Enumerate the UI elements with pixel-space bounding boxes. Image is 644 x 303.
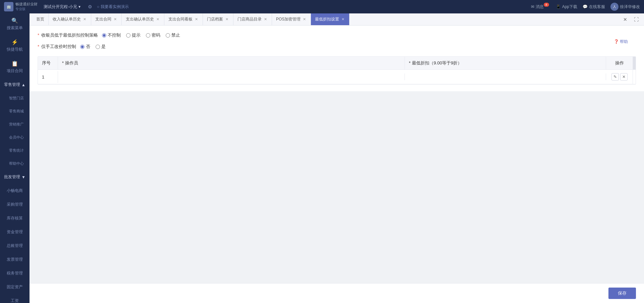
tab-store-product[interactable]: 门店商品目录 ✕	[233, 13, 272, 26]
edit-btn[interactable]: ✎	[611, 73, 619, 81]
logo-icon: 🏢	[4, 2, 13, 11]
tab-income-history[interactable]: 收入确认单历史 ✕	[49, 13, 91, 26]
tab-payment-contract-board-close[interactable]: ✕	[194, 17, 199, 21]
online-service-action[interactable]: 💬 在线客服	[583, 4, 605, 10]
top-bar-left: 🏢 畅捷通好业财 专业版 测试分开完程-小兄 ▾ ⚙ ○ 我要看实例演示	[4, 2, 129, 11]
manual-price-yes[interactable]: 是	[96, 44, 106, 50]
manual-price-radio-yes[interactable]	[96, 45, 100, 49]
tab-payment-contract[interactable]: 支出合同 ✕	[91, 13, 122, 26]
tab-income-history-label: 收入确认单历史	[53, 16, 81, 22]
sidebar-label-ledger: 总账管理	[7, 243, 23, 249]
delete-btn[interactable]: ✕	[620, 73, 628, 81]
sidebar-item-assets[interactable]: 固定资产	[0, 280, 30, 294]
sidebar-item-smart-store[interactable]: 智慧门店	[0, 92, 30, 105]
required-star-2: *	[38, 44, 39, 49]
cell-discount	[405, 73, 606, 80]
sidebar-label-salary: 工资	[11, 298, 19, 303]
action-btns: ✎ ✕	[610, 73, 629, 81]
sidebar-item-search[interactable]: 🔍 搜索菜单	[0, 13, 30, 35]
chevron-down-icon: ▼	[21, 175, 25, 180]
discount-table: 序号 * 操作员 * 最低折扣（9.00等于9折） 操作	[38, 56, 636, 85]
table-header: 序号 * 操作员 * 最低折扣（9.00等于9折） 操作	[38, 57, 636, 70]
tab-payment-confirm-history-close[interactable]: ✕	[156, 17, 160, 21]
cashier-radio-password[interactable]	[146, 33, 150, 38]
settings-icon-btn[interactable]: ⚙	[87, 3, 94, 11]
sidebar-item-project[interactable]: 📋 项目合同	[0, 56, 30, 78]
tab-store-file[interactable]: 门店档案 ✕	[203, 13, 233, 26]
sidebar-label-invoice: 发票管理	[7, 257, 23, 262]
sidebar-item-marketing[interactable]: 营销推广	[0, 118, 30, 131]
sidebar-item-member[interactable]: 会员中心	[0, 131, 30, 144]
sidebar-item-invoice[interactable]: 发票管理	[0, 253, 30, 266]
sidebar-item-inventory[interactable]: 库存核算	[0, 211, 30, 225]
user-profile[interactable]: 人 徐泽华修改	[610, 3, 640, 11]
project-icon: 📋	[11, 60, 18, 67]
sidebar: 🔍 搜索菜单 ⚡ 快捷导航 📋 项目合同 零售管理 ▲ 智慧门店 零售商城 营销…	[0, 13, 30, 303]
tab-payment-confirm-history[interactable]: 支出确认单历史 ✕	[122, 13, 164, 26]
tab-income-history-close[interactable]: ✕	[83, 17, 87, 21]
save-button[interactable]: 保存	[608, 288, 636, 299]
sidebar-label-search: 搜索菜单	[7, 25, 23, 31]
tab-payment-confirm-history-label: 支出确认单历史	[126, 16, 154, 22]
chevron-up-icon: ▲	[21, 83, 25, 87]
cell-seq: 1	[38, 71, 58, 83]
page-card: * 收银员低于最低折扣控制策略 不控制 提示	[30, 26, 644, 91]
app-download-action[interactable]: 📱 App下载	[556, 4, 577, 10]
scroll-indicator	[633, 57, 636, 69]
cashier-control-label: * 收银员低于最低折扣控制策略	[38, 32, 98, 38]
project-name: 测试分开完程-小兄	[44, 4, 77, 10]
download-icon: 📱	[556, 4, 561, 9]
shortcut-icon: ⚡	[11, 39, 18, 45]
tab-min-discount-close[interactable]: ✕	[341, 17, 345, 21]
sidebar-item-ledger[interactable]: 总账管理	[0, 239, 30, 253]
message-icon: ✉	[531, 4, 534, 9]
tab-min-discount[interactable]: 最低折扣设置 ✕	[311, 13, 350, 26]
manual-price-no[interactable]: 否	[80, 44, 90, 50]
cashier-control-radio-group: 不控制 提示 密码	[102, 32, 180, 38]
tab-payment-contract-board[interactable]: 支出合同看板 ✕	[164, 13, 203, 26]
cashier-option-no-control[interactable]: 不控制	[102, 32, 121, 38]
main-layout: 🔍 搜索菜单 ⚡ 快捷导航 📋 项目合同 零售管理 ▲ 智慧门店 零售商城 营销…	[0, 13, 644, 303]
tab-store-file-close[interactable]: ✕	[225, 17, 229, 21]
cashier-control-row: * 收银员低于最低折扣控制策略 不控制 提示	[38, 32, 636, 38]
tab-min-discount-label: 最低折扣设置	[315, 16, 339, 22]
sidebar-label-ecommerce: 小畅电商	[7, 188, 23, 194]
sidebar-label-purchase: 采购管理	[7, 202, 23, 207]
sidebar-label-inventory: 库存核算	[7, 215, 23, 221]
tab-close-all-btn[interactable]: ✕	[621, 15, 630, 23]
sidebar-item-shortcut[interactable]: ⚡ 快捷导航	[0, 35, 30, 56]
sidebar-item-help[interactable]: 帮助中心	[0, 157, 30, 170]
tab-home[interactable]: 首页	[32, 13, 49, 26]
tab-payment-contract-close[interactable]: ✕	[113, 17, 117, 21]
sidebar-item-retail-mall[interactable]: 零售商城	[0, 105, 30, 118]
help-btn[interactable]: ❓ 帮助	[614, 39, 628, 45]
cashier-option-prompt[interactable]: 提示	[126, 32, 141, 38]
sidebar-item-ecommerce[interactable]: 小畅电商	[0, 184, 30, 198]
cashier-radio-prompt[interactable]	[126, 33, 130, 38]
sidebar-item-salary[interactable]: 工资	[0, 294, 30, 303]
project-selector[interactable]: 测试分开完程-小兄 ▾	[41, 3, 83, 11]
sidebar-item-tax[interactable]: 税务管理	[0, 266, 30, 280]
sidebar-item-purchase[interactable]: 采购管理	[0, 198, 30, 211]
manual-price-radio-no[interactable]	[80, 45, 85, 49]
sidebar-item-wholesale[interactable]: 批发管理 ▼	[0, 170, 30, 184]
demo-link[interactable]: ○ 我要看实例演示	[97, 4, 129, 10]
sidebar-item-retail-stats[interactable]: 零售统计	[0, 144, 30, 157]
tab-pos-password[interactable]: POS加密管理 ✕	[272, 13, 311, 26]
required-star-1: *	[38, 33, 39, 38]
sidebar-item-retail[interactable]: 零售管理 ▲	[0, 78, 30, 92]
tab-store-product-close[interactable]: ✕	[263, 17, 268, 21]
cashier-option-forbid[interactable]: 禁止	[166, 32, 180, 38]
cashier-option-password[interactable]: 密码	[146, 32, 160, 38]
logo-area: 🏢 畅捷通好业财 专业版	[4, 2, 38, 11]
table-row: 1 ✎ ✕	[38, 70, 636, 84]
sidebar-label-retail: 零售管理	[4, 82, 20, 88]
tab-pos-password-close[interactable]: ✕	[302, 17, 307, 21]
cashier-radio-no-control[interactable]	[102, 33, 106, 38]
message-action[interactable]: ✉ 消息 8	[531, 4, 550, 10]
avatar: 人	[610, 3, 619, 11]
sidebar-item-capital[interactable]: 资金管理	[0, 225, 30, 239]
cashier-radio-forbid[interactable]	[166, 33, 170, 38]
sidebar-label-project: 项目合同	[7, 68, 23, 74]
tab-maximize-btn[interactable]: ⛶	[631, 15, 641, 23]
